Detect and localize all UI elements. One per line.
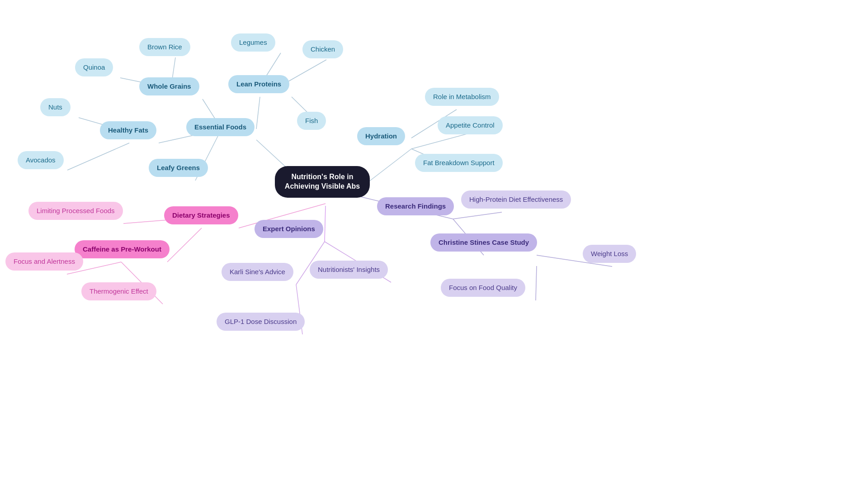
fish-node: Fish — [297, 112, 326, 130]
brown-rice-node: Brown Rice — [139, 38, 190, 56]
healthy-fats-node: Healthy Fats — [100, 121, 156, 139]
expert-opinions-node: Expert Opinions — [255, 220, 323, 238]
limiting-processed-node: Limiting Processed Foods — [28, 202, 123, 220]
svg-line-15 — [67, 143, 129, 170]
legumes-node: Legumes — [231, 33, 275, 52]
focus-food-quality-node: Focus on Food Quality — [441, 279, 525, 297]
role-metabolism-node: Role in Metabolism — [425, 88, 499, 106]
center-node: Nutrition's Role in Achieving Visible Ab… — [275, 166, 370, 198]
weight-loss-node: Weight Loss — [583, 245, 636, 263]
christine-node: Christine Stines Case Study — [430, 233, 537, 252]
nuts-node: Nuts — [40, 98, 71, 116]
svg-line-17 — [411, 132, 474, 149]
svg-line-29 — [536, 266, 537, 300]
appetite-control-node: Appetite Control — [438, 116, 503, 134]
dietary-strategies-node: Dietary Strategies — [164, 206, 238, 224]
svg-line-20 — [167, 228, 202, 262]
svg-line-3 — [325, 206, 326, 242]
whole-grains-node: Whole Grains — [139, 77, 199, 95]
karli-advice-node: Karli Sine's Advice — [222, 263, 293, 281]
essential-foods-node: Essential Foods — [186, 118, 255, 136]
thermogenic-node: Thermogenic Effect — [81, 282, 156, 300]
caffeine-preworkout-node: Caffeine as Pre-Workout — [75, 240, 170, 258]
leafy-greens-node: Leafy Greens — [149, 159, 208, 177]
avocados-node: Avocados — [18, 151, 64, 169]
fat-breakdown-node: Fat Breakdown Support — [415, 154, 503, 172]
svg-line-6 — [256, 97, 260, 129]
glp1-node: GLP-1 Dose Discussion — [217, 313, 305, 331]
svg-line-26 — [453, 212, 502, 219]
chicken-node: Chicken — [302, 40, 343, 58]
lean-proteins-node: Lean Proteins — [228, 75, 289, 93]
high-protein-node: High-Protein Diet Effectiveness — [461, 190, 571, 209]
hydration-node: Hydration — [357, 127, 405, 145]
nutritionists-insights-node: Nutritionists' Insights — [310, 261, 388, 279]
research-findings-node: Research Findings — [377, 197, 454, 215]
focus-alertness-node: Focus and Alertness — [5, 252, 83, 271]
quinoa-node: Quinoa — [75, 58, 113, 76]
